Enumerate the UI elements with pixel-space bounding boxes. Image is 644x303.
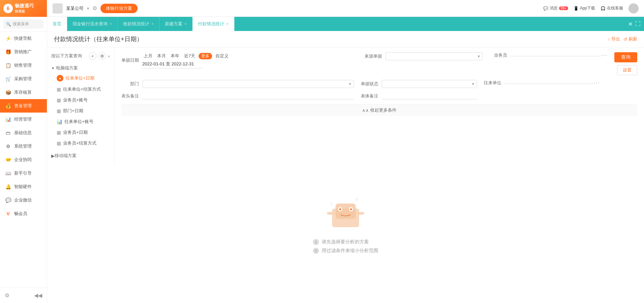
scheme-item-partner-settlement[interactable]: ▦ 往来单位+结算方式: [47, 84, 114, 95]
collapse-up-icon: ∧∧: [362, 108, 369, 113]
scheme-pc-group-title[interactable]: ▼ 电脑端方案: [47, 64, 114, 72]
sidebar-item-label: 智能硬件: [14, 184, 32, 190]
chart-icon: 📊: [57, 119, 62, 124]
date-range-display[interactable]: 2022-01-01 至 2022-12-31: [142, 61, 203, 68]
department-select[interactable]: ▾: [142, 80, 354, 88]
sidebar-item-wechat[interactable]: 💬 企业微信: [0, 193, 47, 207]
export-button[interactable]: ↑ 导出: [608, 36, 620, 42]
scheme-item-partner-account[interactable]: 📊 往来单位+账号: [47, 116, 114, 127]
message-button[interactable]: 💬 消息 99+: [543, 5, 568, 11]
partner-input-wrap: [505, 82, 594, 84]
scheme-item-dept-date[interactable]: ▦ 部门+日期: [47, 105, 114, 116]
sidebar-item-marketing[interactable]: 🎁 营销推广: [0, 45, 47, 59]
sales-icon: 📋: [5, 62, 11, 69]
sidebar-header: 6 畅捷通巧 标准版: [0, 0, 47, 17]
scheme-settings-button[interactable]: ⚙: [98, 52, 106, 60]
doc-status-select[interactable]: ▾: [382, 80, 477, 88]
date-this-month-btn[interactable]: 本月: [156, 52, 167, 60]
scheme-mobile-group-title[interactable]: ▶ 移动端方案: [47, 151, 114, 160]
date-filter-wrap: 上月 本月 本年 近7天 更多 自定义 2022-01-01 至 2022-12…: [142, 52, 358, 68]
sidebar-item-system[interactable]: ⚙ 系统管理: [0, 140, 47, 153]
member-icon: V: [5, 210, 11, 217]
hardware-icon: 🔔: [5, 183, 11, 190]
date-custom-btn[interactable]: 自定义: [214, 52, 230, 60]
refresh-button[interactable]: ↺ 刷新: [623, 36, 637, 42]
scheme-item-salesperson-settlement[interactable]: ▦ 业务员+结算方式: [47, 138, 114, 149]
scheme-add-button[interactable]: +: [89, 52, 96, 60]
scheme-item-label: 业务员+日期: [63, 129, 88, 135]
scheme-panel-title: 按以下方案查询: [51, 53, 82, 59]
body-note-input[interactable]: [382, 93, 477, 98]
message-label: 消息: [550, 5, 558, 11]
sidebar-footer-settings-btn[interactable]: ⚙: [5, 292, 9, 299]
refresh-label: 刷新: [628, 36, 637, 42]
collapse-more-area: ∧∧ 收起更多条件: [121, 104, 637, 116]
query-button[interactable]: 查询: [614, 52, 637, 62]
salesperson-more-btn[interactable]: ···: [601, 52, 608, 58]
date-more-btn[interactable]: 更多: [199, 53, 212, 59]
salesperson-input-wrap: [510, 55, 601, 56]
sidebar-item-sales[interactable]: 📋 销售管理: [0, 59, 47, 72]
scheme-collapse-button[interactable]: «: [108, 52, 110, 60]
tab-cash-query-close[interactable]: ×: [110, 22, 112, 26]
tab-payment-stats-close[interactable]: ×: [226, 22, 229, 26]
date-last-month-btn[interactable]: 上月: [142, 52, 154, 60]
marketing-icon: 🎁: [5, 49, 11, 55]
partner-more-btn[interactable]: ···: [594, 80, 600, 86]
header-note-input[interactable]: [142, 93, 354, 98]
source-select[interactable]: ▾: [385, 52, 483, 60]
trial-button[interactable]: 体验行业方案: [100, 4, 138, 13]
sidebar-item-hardware[interactable]: 🔔 智能硬件: [0, 180, 47, 193]
search-menu-label: 搜索菜单: [13, 21, 29, 27]
svg-text:?: ?: [330, 202, 333, 207]
tab-close-all-button[interactable]: ✕: [628, 21, 633, 27]
tab-home[interactable]: 首页: [47, 17, 67, 31]
export-icon: ↑: [608, 37, 610, 42]
scheme-item-salesperson-date[interactable]: ▦ 业务员+日期: [47, 127, 114, 138]
sidebar-item-operations[interactable]: 📊 经营管理: [0, 113, 47, 126]
app-version: 标准版: [15, 9, 34, 14]
date-last7-btn[interactable]: 近7天: [183, 52, 197, 60]
company-dropdown-icon[interactable]: ▾: [87, 6, 89, 11]
tab-receipt-stats-close[interactable]: ×: [151, 22, 154, 26]
app-download-button[interactable]: 📱 App下载: [574, 5, 595, 11]
sidebar-item-quick-nav[interactable]: ⚡ 快捷导航: [0, 32, 47, 45]
filter-settings-button[interactable]: 设置: [617, 65, 637, 75]
user-avatar[interactable]: [628, 3, 639, 13]
online-service-button[interactable]: 🎧 在线客服: [601, 5, 623, 11]
app-download-label: App下载: [580, 5, 595, 11]
sidebar-item-label: 库存核算: [14, 89, 32, 95]
tabbar: 首页 现金银行流水查询 × 收款情况统计 × 新建方案 × 付款情况统计 × ✕…: [47, 17, 644, 31]
sidebar-item-inventory[interactable]: 📦 库存核算: [0, 86, 47, 99]
tab-fullscreen-button[interactable]: ⛶: [635, 21, 641, 27]
table-icon: ▦: [57, 97, 61, 103]
tab-payment-stats[interactable]: 付款情况统计 ×: [193, 17, 234, 31]
finance-icon: 💰: [5, 102, 11, 109]
source-dropdown-icon: ▾: [478, 54, 480, 59]
sidebar-item-purchase[interactable]: 🛒 采购管理: [0, 72, 47, 86]
date-this-year-btn[interactable]: 本年: [169, 52, 181, 60]
main-area: 某某公司 ▾ ⚙ 体验行业方案 💬 消息 99+ 📱 App下载 🎧 在线客服: [47, 0, 644, 303]
sidebar-item-member[interactable]: V 畅会员: [0, 207, 47, 220]
sidebar-item-collab[interactable]: 🤝 企业协同: [0, 153, 47, 166]
tab-new-scheme-close[interactable]: ×: [184, 22, 187, 26]
source-label: 来源单据: [364, 53, 382, 59]
tab-new-scheme[interactable]: 新建方案 ×: [159, 17, 193, 31]
sidebar-item-basic-info[interactable]: 🗃 基础信息: [0, 126, 47, 140]
date-filter-label: 单据日期: [121, 57, 139, 63]
sidebar-item-label: 采购管理: [14, 76, 32, 82]
filter-row-3: 表头备注 表体备注: [121, 93, 637, 99]
scheme-pc-label: 电脑端方案: [56, 65, 78, 71]
search-menu-button[interactable]: 🔍 搜索菜单: [3, 20, 43, 29]
topbar-gear-icon[interactable]: ⚙: [92, 5, 97, 11]
sidebar-item-finance[interactable]: 💰 资金管理: [0, 99, 47, 113]
topbar-left: 某某公司 ▾ ⚙ 体验行业方案: [53, 3, 138, 13]
salesperson-label: 业务员: [490, 52, 507, 58]
scheme-item-salesperson-account[interactable]: ▦ 业务员+账号: [47, 95, 114, 105]
sidebar-item-guide[interactable]: 📖 新手引导: [0, 166, 47, 180]
sidebar-collapse-btn[interactable]: ◀◀: [34, 292, 42, 299]
collapse-more-button[interactable]: ∧∧ 收起更多条件: [362, 107, 397, 113]
tab-cash-query[interactable]: 现金银行流水查询 ×: [67, 17, 118, 31]
scheme-item-partner-date[interactable]: ● 往来单位+日期: [47, 72, 114, 84]
tab-receipt-stats[interactable]: 收款情况统计 ×: [118, 17, 159, 31]
